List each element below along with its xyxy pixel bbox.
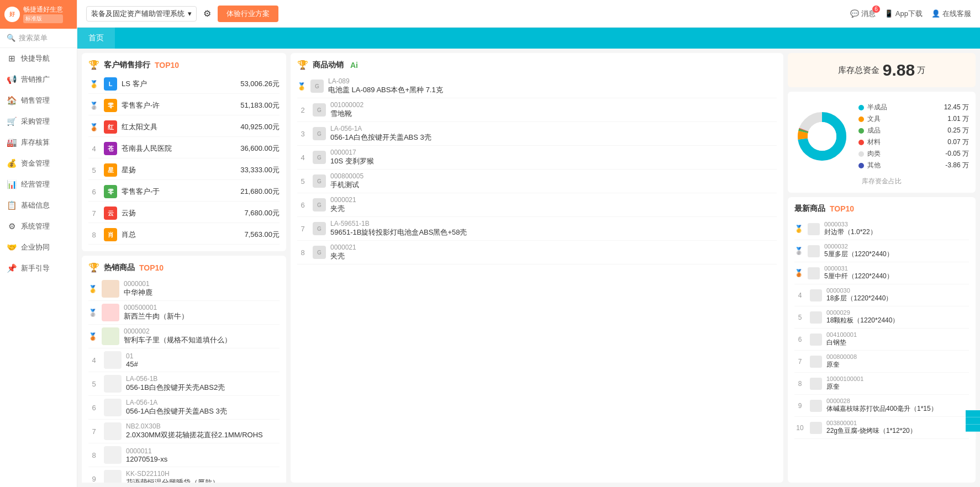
left-column: 🏆 客户销售排行 TOP10 🥇 L LS 客户 53,006.26元 🥈: [82, 53, 286, 483]
svg-point-5: [808, 122, 836, 151]
product-flow-title-row: 🏆 商品动销 Ai: [297, 60, 777, 70]
top-header: 装备及固定资产辅助管理系统 ▾ ⚙ 体验行业方案 💬 消息 6 📱 App下载 …: [77, 0, 980, 28]
flow-avatar-4: G: [313, 151, 326, 164]
rank-avatar-6: 零: [104, 185, 117, 198]
sidebar-item-quick-nav[interactable]: ⊞ 快捷导航: [0, 48, 77, 69]
search-menu[interactable]: 🔍 搜索菜单: [0, 29, 77, 48]
flow-avatar-5: G: [313, 174, 326, 188]
new-info-4: 0000030 18多层（1220*2440）: [826, 287, 969, 303]
sidebar-item-operation[interactable]: 📊 经营管理: [0, 174, 77, 195]
new-rank-4: 4: [794, 292, 805, 299]
flow-trophy-icon: 🏆: [297, 60, 308, 70]
new-img-10: [810, 422, 822, 434]
rank-amount-2: 51,183.00元: [240, 100, 280, 110]
new-product-6: 6 004100001 白钢垫: [794, 329, 969, 351]
rank-num-6: 6: [88, 188, 99, 196]
sidebar-item-system[interactable]: ⚙ 系统管理: [0, 216, 77, 237]
inventory-card: 库存总资金 9.88 万: [788, 53, 976, 87]
ai-label: Ai: [350, 61, 358, 70]
float-cs-community[interactable]: 服务社区: [966, 417, 980, 425]
new-info-10: 003800001 22g鱼豆腐-烧烤味（1*12*20）: [826, 420, 969, 436]
new-info-6: 004100001 白钢垫: [826, 331, 969, 347]
customer-ranking-card: 🏆 客户销售排行 TOP10 🥇 L LS 客户 53,006.26元 🥈: [82, 53, 286, 251]
sidebar-label-sales: 销售管理: [21, 96, 50, 105]
new-rank-5: 5: [794, 314, 805, 321]
hot-product-9: 9 KK-SD22110H 花语萌恒温分腿睡袋（厚款）: [88, 467, 280, 483]
flow-item-6: 6 G 0000021 夹壳: [297, 193, 777, 217]
new-img-3: [808, 267, 820, 279]
legend-dot-other: [858, 163, 864, 168]
float-cs-live[interactable]: 直播: [966, 425, 980, 432]
sidebar-label-basic: 基础信息: [21, 200, 50, 210]
new-img-9: [810, 400, 822, 412]
hot-product-7: 7 NB2.0X30B 2.0X30MM双搓花轴搓花直径2.1MM/ROHS: [88, 420, 280, 443]
rank-name-6: 零售客户-于: [122, 187, 236, 197]
message-action[interactable]: 💬 消息 6: [850, 9, 876, 19]
sidebar-item-guide[interactable]: 📌 新手引导: [0, 258, 77, 279]
sidebar-label-marketing: 营销推广: [21, 75, 50, 84]
sidebar-item-basic[interactable]: 📋 基础信息: [0, 195, 77, 216]
new-img-4: [810, 289, 822, 301]
new-info-1: 0000033 封边带（1.0*22）: [824, 221, 969, 237]
legend-dot-halfmade: [858, 105, 864, 110]
rank-medal-3: 🥉: [88, 123, 99, 131]
app-download-action[interactable]: 📱 App下载: [884, 9, 923, 19]
sidebar-item-marketing[interactable]: 📢 营销推广: [0, 69, 77, 90]
sidebar-item-enterprise[interactable]: 🤝 企业协同: [0, 237, 77, 258]
legend-other: 其他 -3.86 万: [858, 161, 969, 170]
sidebar-item-sales[interactable]: 🏠 销售管理: [0, 90, 77, 111]
float-cs-hotline[interactable]: 客服热线: [966, 410, 980, 417]
flow-rank-4: 4: [297, 153, 308, 162]
flow-info-8: 0000021 夹壳: [330, 244, 777, 261]
trial-button[interactable]: 体验行业方案: [218, 6, 278, 22]
online-service-action[interactable]: 👤 在线客服: [931, 9, 971, 19]
rank-num-8: 8: [88, 231, 99, 239]
rank-amount-7: 7,680.00元: [244, 208, 280, 218]
sidebar-item-finance[interactable]: 💰 资金管理: [0, 153, 77, 174]
hot-product-4: 4 01 45#: [88, 348, 280, 372]
chevron-down-icon: ▾: [188, 9, 192, 18]
new-products-card: 最新商品 TOP10 🥇 0000033 封边带（1.0*22） 🥈: [788, 197, 976, 483]
hot-info-3: 0000002 智利车子里（规格不知道填什么）: [124, 327, 231, 345]
product-flow-title: 商品动销: [313, 60, 344, 70]
new-img-2: [808, 245, 820, 257]
hot-rank-5: 5: [88, 380, 99, 388]
marketing-icon: 📢: [7, 75, 17, 84]
new-img-5: [810, 311, 822, 324]
system-selector[interactable]: 装备及固定资产辅助管理系统 ▾: [86, 6, 197, 22]
rank-amount-8: 7,563.00元: [244, 230, 280, 240]
inventory-unit: 万: [917, 65, 925, 76]
flow-item-1: 🥇 G LA-089 电池盖 LA-089 ABS本色+黑种 7.1克: [297, 75, 777, 98]
settings-icon[interactable]: ⚙: [203, 8, 211, 19]
sidebar-item-inventory[interactable]: 🏭 库存核算: [0, 132, 77, 153]
new-products-title-row: 最新商品 TOP10: [794, 204, 969, 214]
rank-amount-3: 40,925.00元: [240, 122, 280, 132]
new-info-5: 0000029 18颗粒板（1220*2440）: [826, 309, 969, 325]
sidebar-label-system: 系统管理: [21, 221, 50, 231]
hot-rank-6: 6: [88, 404, 99, 412]
hot-product-6: 6 LA-056-1A 056-1A白色按键开关盖ABS 3壳: [88, 396, 280, 420]
rank-name-3: 红太阳文具: [122, 122, 236, 132]
new-info-2: 0000032 5厘多层（1220*2440）: [824, 243, 969, 259]
hot-rank-8: 8: [88, 451, 99, 459]
flow-rank-3: 3: [297, 130, 308, 138]
hot-info-8: 0000011 12070519-xs: [126, 447, 167, 463]
hot-products-top-label: TOP10: [139, 263, 164, 272]
inventory-total-amount: 9.88: [883, 61, 915, 80]
new-product-10: 10 003800001 22g鱼豆腐-烧烤味（1*12*20）: [794, 417, 969, 439]
sidebar-item-purchase[interactable]: 🛒 采购管理: [0, 111, 77, 132]
flow-info-4: 0000017 10S 变刹罗猴: [330, 149, 777, 166]
sidebar-label-finance: 资金管理: [21, 158, 50, 168]
search-icon: 🔍: [7, 34, 15, 42]
flow-avatar-1: G: [310, 80, 324, 93]
rank-item-1: 🥇 L LS 客户 53,006.26元: [88, 75, 280, 94]
inventory-icon: 🏭: [7, 137, 17, 147]
new-info-9: 0000028 体碱嘉枝味苏打饮品400毫升（1*15）: [826, 398, 969, 414]
hot-products-title: 热销商品: [104, 263, 135, 273]
hot-rank-9: 9: [88, 475, 99, 483]
hot-info-5: LA-056-1B 056-1B白色按键开关壳ABS2壳: [126, 375, 225, 393]
tab-home[interactable]: 首页: [77, 28, 115, 49]
flow-info-6: 0000021 夹壳: [330, 196, 777, 214]
purchase-icon: 🛒: [7, 117, 17, 126]
new-rank-6: 6: [794, 336, 805, 343]
